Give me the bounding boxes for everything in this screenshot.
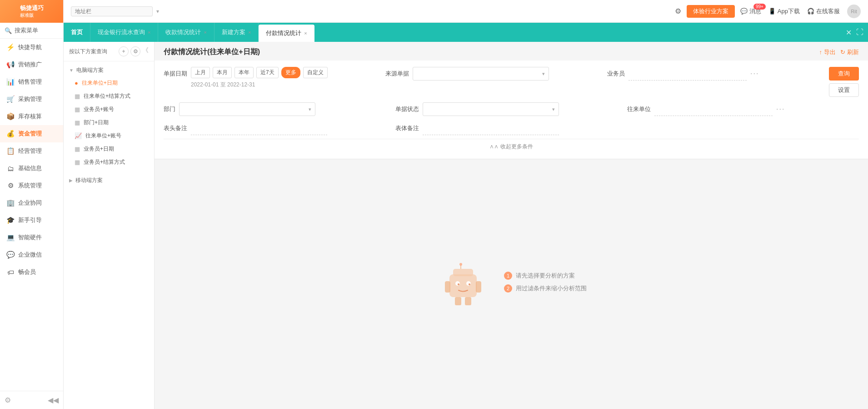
search-menu-item[interactable]: 🔍 搜索菜单 <box>0 23 63 39</box>
svg-rect-4 <box>465 297 471 305</box>
scheme-item-salesperson-date[interactable]: ▦ 业务员+日期 <box>64 142 154 156</box>
tab-payment-stats-close[interactable]: × <box>304 30 307 36</box>
scheme-settings-button[interactable]: ⚙ <box>130 46 140 56</box>
dept-select[interactable]: ▾ <box>179 102 315 116</box>
export-label: 导出 <box>824 48 836 56</box>
refresh-button[interactable]: ↻ 刷新 <box>840 48 859 56</box>
app-download-button[interactable]: 📱 App下载 <box>768 7 800 15</box>
sidebar-item-guide[interactable]: 🎓 新手引导 <box>0 212 63 229</box>
scheme-item-partner-date[interactable]: ● 往来单位+日期 <box>64 76 154 90</box>
tab-payment-stats[interactable]: 付款情况统计 × <box>259 25 314 42</box>
collapse-more-button[interactable]: ∧∧ 收起更多条件 <box>164 139 859 154</box>
date-this-month[interactable]: 本月 <box>213 67 232 78</box>
address-dropdown-icon[interactable]: ▾ <box>156 8 159 15</box>
header-note-input[interactable] <box>191 121 327 135</box>
export-button[interactable]: ↑ 导出 <box>819 48 836 56</box>
svg-point-7 <box>466 281 471 286</box>
svg-point-6 <box>455 281 460 286</box>
sidebar-item-operations[interactable]: 📋 经营管理 <box>0 142 63 160</box>
scheme-item-label: 部门+日期 <box>84 119 109 126</box>
partner-more-icon[interactable]: ··· <box>776 105 785 113</box>
scheme-item-label: 业务员+结算方式 <box>84 158 125 166</box>
tab-receivable-label: 收款情况统计 <box>165 28 201 36</box>
tab-home[interactable]: 首页 <box>64 23 90 42</box>
tab-close-all-icon[interactable]: ✕ <box>846 28 852 37</box>
online-service-label: 在线客服 <box>816 7 840 15</box>
message-button[interactable]: 💬 消息 99+ <box>740 7 761 15</box>
main-area: ▾ ⚙ 体验行业方案 💬 消息 99+ 📱 App下载 🎧 在线客服 Rit 首… <box>64 0 868 409</box>
sidebar-item-label: 销售管理 <box>18 78 42 86</box>
tab-cash-flow[interactable]: 现金银行流水查询 × <box>90 23 158 42</box>
tab-receivable-close[interactable]: × <box>204 30 206 35</box>
settings-button[interactable]: 设置 <box>829 83 859 97</box>
scheme-collapse-button[interactable]: 《 <box>142 46 149 56</box>
sidebar-item-enterprise[interactable]: 🏢 企业协同 <box>0 194 63 212</box>
sidebar-item-member[interactable]: 🏷 畅会员 <box>0 263 63 281</box>
sidebar-item-system[interactable]: ⚙ 系统管理 <box>0 177 63 194</box>
date-this-year[interactable]: 本年 <box>234 67 254 78</box>
scheme-item-partner-account[interactable]: 📈 往来单位+账号 <box>64 129 154 142</box>
app-version: 标准版 <box>20 12 44 19</box>
sidebar-item-wechat[interactable]: 💬 企业微信 <box>0 246 63 263</box>
scheme-section-pc: ▼ 电脑端方案 ● 往来单位+日期 ▦ 往来单位+结算方式 ▦ 业务员+账号 ▦ <box>64 61 154 172</box>
sidebar-item-marketing[interactable]: 📢 营销推广 <box>0 56 63 73</box>
basic-info-icon: 🗂 <box>6 164 15 172</box>
settings-icon[interactable]: ⚙ <box>675 7 681 15</box>
address-input[interactable] <box>71 6 153 16</box>
scheme-item-label: 往来单位+结算方式 <box>84 92 130 100</box>
tab-fullscreen-icon[interactable]: ⛶ <box>856 28 863 36</box>
tab-cash-flow-label: 现金银行流水查询 <box>98 28 145 36</box>
user-avatar[interactable]: Rit <box>847 5 861 18</box>
sidebar-item-finance[interactable]: 💰 资金管理 <box>0 125 63 142</box>
tab-cash-flow-close[interactable]: × <box>148 30 150 35</box>
system-icon: ⚙ <box>6 182 15 190</box>
svg-rect-2 <box>476 281 481 293</box>
sidebar-item-inventory[interactable]: 📦 库存核算 <box>0 108 63 125</box>
query-button[interactable]: 查询 <box>829 67 859 81</box>
page-title: 付款情况统计(往来单位+日期) <box>164 47 260 57</box>
headset-icon: 🎧 <box>807 8 814 15</box>
date-more[interactable]: 更多 <box>281 67 300 78</box>
sidebar-item-label: 基础信息 <box>18 164 42 172</box>
sidebar-item-purchase[interactable]: 🛒 采购管理 <box>0 91 63 108</box>
sidebar-item-sales[interactable]: 📊 销售管理 <box>0 73 63 91</box>
sidebar-item-label: 企业微信 <box>18 251 42 259</box>
doc-status-select[interactable]: ▾ <box>423 102 559 116</box>
settings-footer-icon[interactable]: ⚙ <box>5 396 11 404</box>
add-scheme-button[interactable]: + <box>119 46 129 56</box>
add-icon: + <box>122 48 125 55</box>
chart-icon-4: ▦ <box>75 146 80 152</box>
tab-new-scheme[interactable]: 新建方案 × <box>215 23 259 42</box>
sidebar-logo: 畅捷通巧 标准版 <box>0 0 63 23</box>
tab-payment-stats-label: 付款情况统计 <box>266 29 301 37</box>
empty-hint-2: 2 用过滤条件来缩小分析范围 <box>504 284 587 293</box>
salesperson-filter: 业务员 ··· <box>607 67 829 81</box>
salesperson-input[interactable] <box>629 67 747 81</box>
tab-new-scheme-close[interactable]: × <box>248 30 251 35</box>
hint-text-2: 用过滤条件来缩小分析范围 <box>516 284 587 293</box>
sidebar-item-quick-nav[interactable]: ⚡ 快捷导航 <box>0 39 63 56</box>
date-7days[interactable]: 近7天 <box>256 67 279 78</box>
member-icon: 🏷 <box>6 268 15 276</box>
tab-receivable[interactable]: 收款情况统计 × <box>158 23 214 42</box>
source-select[interactable]: ▾ <box>413 67 549 81</box>
scheme-item-salesperson-account[interactable]: ▦ 业务员+账号 <box>64 103 154 116</box>
partner-input[interactable] <box>654 102 773 116</box>
section-label: 移动端方案 <box>75 177 103 184</box>
doc-status-dropdown-icon: ▾ <box>552 106 555 112</box>
sidebar-item-basic-info[interactable]: 🗂 基础信息 <box>0 160 63 177</box>
salesperson-more-icon[interactable]: ··· <box>750 70 759 78</box>
tab-new-scheme-label: 新建方案 <box>222 28 245 36</box>
date-last-month[interactable]: 上月 <box>191 67 210 78</box>
scheme-section-pc-title[interactable]: ▼ 电脑端方案 <box>64 64 154 76</box>
scheme-section-mobile-title[interactable]: ▶ 移动端方案 <box>64 174 154 187</box>
sidebar-item-smart-hw[interactable]: 💻 智能硬件 <box>0 229 63 246</box>
body-note-input[interactable] <box>423 121 559 135</box>
scheme-item-dept-date[interactable]: ▦ 部门+日期 <box>64 116 154 129</box>
scheme-item-partner-settle[interactable]: ▦ 往来单位+结算方式 <box>64 90 154 103</box>
trial-button[interactable]: 体验行业方案 <box>687 5 735 18</box>
date-custom[interactable]: 自定义 <box>303 67 328 78</box>
scheme-item-salesperson-settle[interactable]: ▦ 业务员+结算方式 <box>64 156 154 169</box>
collapse-sidebar-icon[interactable]: ◀◀ <box>48 396 59 404</box>
online-service-button[interactable]: 🎧 在线客服 <box>807 7 840 15</box>
